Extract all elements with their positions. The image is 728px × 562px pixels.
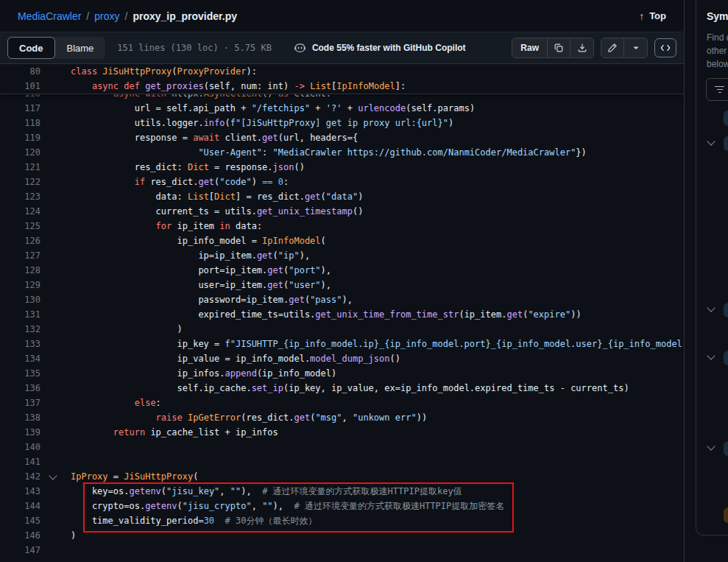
line-number[interactable]: 142 <box>0 469 40 484</box>
file-view-panel: MediaCrawler / proxy / proxy_ip_provider… <box>0 0 685 562</box>
line-number[interactable]: 143 <box>0 484 40 499</box>
code-text: current_ts = utils.get_unix_timestamp() <box>71 204 684 219</box>
code-line: 117 url = self.api_path + "/fetchips" + … <box>0 101 684 116</box>
line-number[interactable]: 137 <box>0 396 40 410</box>
breadcrumb-folder-link[interactable]: proxy <box>94 10 119 22</box>
line-number[interactable]: 117 <box>0 101 40 116</box>
edit-group <box>601 38 648 58</box>
code-line: 122 if res_dict.get("code") == 0: <box>0 175 684 189</box>
code-line: 130 password=ip_item.get("pass"), <box>0 292 684 307</box>
line-number[interactable]: 138 <box>0 410 40 425</box>
symbol-item[interactable] <box>724 303 728 317</box>
line-number[interactable]: 141 <box>0 454 40 469</box>
line-number[interactable]: 140 <box>0 440 40 454</box>
filter-icon <box>715 84 724 94</box>
line-number[interactable]: 127 <box>0 248 40 263</box>
line-number[interactable]: 145 <box>0 513 40 528</box>
code-line: 127 ip=ip_item.get("ip"), <box>0 248 684 263</box>
code-line: 80class JiSuHttpProxy(ProxyProvider): <box>0 64 684 79</box>
gutter <box>40 322 71 337</box>
line-number[interactable]: 139 <box>0 425 40 440</box>
line-number[interactable]: 120 <box>0 145 40 160</box>
symbol-item[interactable] <box>724 441 728 456</box>
code-text <box>71 440 684 454</box>
gutter <box>40 79 71 94</box>
gutter <box>40 396 71 410</box>
chevron-down-icon[interactable] <box>707 442 715 450</box>
symbols-desc-line: other symbols in this file by clicking a… <box>707 44 728 57</box>
gutter <box>40 307 71 322</box>
line-number[interactable]: 146 <box>0 528 40 543</box>
code-text <box>71 543 684 558</box>
symbols-desc-line: Find definitions and references for func… <box>707 31 728 44</box>
gutter <box>40 233 71 248</box>
filter-symbols-button[interactable] <box>706 78 728 101</box>
line-number[interactable]: 118 <box>0 116 40 130</box>
line-number[interactable]: 133 <box>0 337 40 351</box>
edit-pencil-icon[interactable] <box>601 38 624 57</box>
sticky-scope-lines: 80class JiSuHttpProxy(ProxyProvider):101… <box>0 64 684 94</box>
edit-dropdown-caret-icon[interactable] <box>624 38 647 57</box>
collapse-chevron-icon[interactable] <box>49 471 57 480</box>
line-number[interactable]: 124 <box>0 204 40 219</box>
line-number[interactable]: 80 <box>0 64 40 79</box>
symbol-item[interactable] <box>724 136 728 151</box>
copy-icon[interactable] <box>548 38 570 57</box>
gutter <box>40 366 71 381</box>
line-number[interactable]: 134 <box>0 351 40 366</box>
line-number[interactable]: 101 <box>0 79 40 94</box>
code-text: expired_time_ts=utils.get_unix_time_from… <box>71 307 684 322</box>
download-icon[interactable] <box>570 38 593 57</box>
line-number[interactable]: 119 <box>0 130 40 145</box>
breadcrumb-repo-link[interactable]: MediaCrawler <box>18 10 81 22</box>
raw-button[interactable]: Raw <box>512 38 548 57</box>
line-number[interactable]: 123 <box>0 189 40 204</box>
line-number[interactable]: 130 <box>0 292 40 307</box>
chevron-down-icon[interactable] <box>707 137 715 145</box>
symbol-item[interactable] <box>724 507 728 523</box>
back-to-top-button[interactable]: ↑ Top <box>635 10 671 23</box>
code-viewer: 116 async with httpx.AsyncClient() as cl… <box>0 64 684 561</box>
file-toolbar: Code Blame 151 lines (130 loc) · 5.75 KB… <box>0 32 684 64</box>
line-number[interactable]: 131 <box>0 307 40 322</box>
code-line: 140 <box>0 440 684 454</box>
line-number[interactable]: 136 <box>0 381 40 396</box>
line-number[interactable]: 122 <box>0 175 40 189</box>
symbols-panel: Symbols Find definitions and references … <box>696 0 728 535</box>
code-line: 129 user=ip_item.get("user"), <box>0 278 684 292</box>
line-number[interactable]: 135 <box>0 366 40 381</box>
code-lines: 116 async with httpx.AsyncClient() as cl… <box>0 86 684 558</box>
gutter <box>40 454 71 469</box>
gutter <box>40 410 71 425</box>
chevron-down-icon[interactable] <box>707 303 715 312</box>
line-number[interactable]: 144 <box>0 499 40 513</box>
copilot-banner[interactable]: Code 55% faster with GitHub Copilot <box>294 42 466 55</box>
symbols-panel-toggle[interactable] <box>654 38 676 57</box>
code-line: 136 self.ip_cache.set_ip(ip_key, ip_valu… <box>0 381 684 396</box>
line-number[interactable]: 132 <box>0 322 40 337</box>
code-text: ip_info_model = IpInfoModel( <box>71 233 684 248</box>
line-number[interactable]: 128 <box>0 263 40 278</box>
symbol-item[interactable] <box>724 351 728 365</box>
line-number[interactable]: 121 <box>0 160 40 175</box>
code-text: crypto=os.getenv("jisu_crypto", ""), # 通… <box>71 499 684 513</box>
code-text: password=ip_item.get("pass"), <box>71 292 684 307</box>
code-text: raise IpGetError(res_dict.get("msg", "un… <box>71 410 684 425</box>
gutter <box>40 513 71 528</box>
symbol-item[interactable] <box>724 110 728 126</box>
gutter <box>40 337 71 351</box>
gutter <box>40 528 71 543</box>
symbols-desc-line: below or in the code. <box>707 57 728 71</box>
chevron-down-icon[interactable] <box>707 351 715 359</box>
line-number[interactable]: 147 <box>0 543 40 558</box>
code-text: ip_value = ip_info_model.model_dump_json… <box>71 351 684 366</box>
line-number[interactable]: 129 <box>0 278 40 292</box>
code-line: 134 ip_value = ip_info_model.model_dump_… <box>0 351 684 366</box>
breadcrumb-file-name: proxy_ip_provider.py <box>132 10 237 22</box>
line-number[interactable]: 126 <box>0 233 40 248</box>
tab-blame[interactable]: Blame <box>55 37 106 59</box>
line-number[interactable]: 125 <box>0 219 40 233</box>
tab-code[interactable]: Code <box>7 37 55 59</box>
copilot-icon <box>294 42 306 55</box>
copilot-banner-text: Code 55% faster with GitHub Copilot <box>312 43 466 53</box>
